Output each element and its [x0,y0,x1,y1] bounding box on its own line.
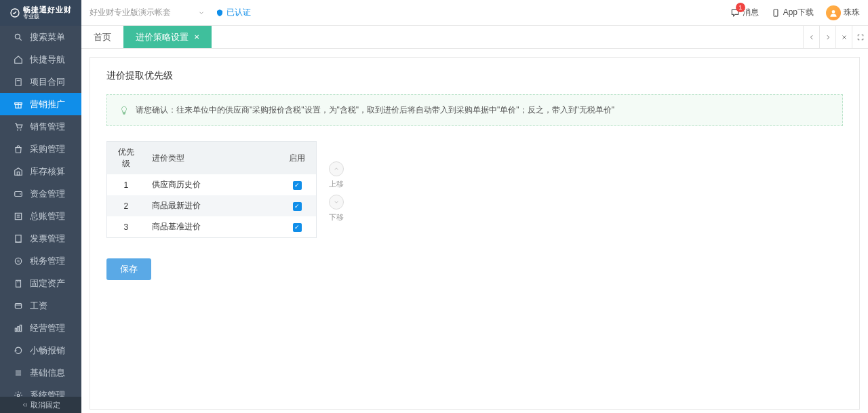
receipt-icon [14,234,23,243]
tab-home[interactable]: 首页 [81,26,123,48]
sidebar-item-label: 税务管理 [30,255,65,267]
account-selector[interactable]: 好业财专业版演示帐套 [90,7,205,18]
user-menu[interactable]: 珠珠 [826,5,860,20]
messages-button[interactable]: 1 消息 [730,7,759,18]
document-icon [14,77,23,87]
sidebar-item-inventory[interactable]: 库存核算 [0,160,81,182]
sidebar-item-label: 发票管理 [30,233,65,245]
save-button[interactable]: 保存 [106,258,151,280]
shield-icon [216,9,224,17]
header: 好业财专业版演示帐套 已认证 1 消息 App下载 珠珠 [81,0,868,26]
app-download-label: App下载 [783,7,814,18]
brand-logo-icon [9,7,20,18]
unpin-icon [21,401,28,408]
cart-icon [14,122,23,132]
main-content: 进价提取优先级 请您确认：往来单位中的供应商"采购报价含税"设置，为"含税"，取… [81,49,868,413]
sidebar-unpin-button[interactable]: 取消固定 [0,397,81,413]
move-down-button[interactable] [329,195,344,210]
svg-rect-19 [16,280,21,287]
sidebar-footer-label: 取消固定 [31,400,60,410]
sidebar-item-label: 采购管理 [30,143,65,155]
enabled-checkbox[interactable]: ✓ [293,181,302,190]
warehouse-icon [14,167,23,176]
svg-rect-10 [17,172,20,175]
sidebar-item-label: 库存核算 [30,165,65,178]
sidebar-item-search-menu[interactable]: 搜索菜单 [0,26,81,48]
cell-priority: 2 [107,195,145,216]
sidebar-item-label: 系统管理 [30,389,65,397]
sidebar-item-expense[interactable]: 小畅报销 [0,339,81,361]
svg-point-33 [775,14,776,15]
sidebar-item-fixed-assets[interactable]: 固定资产 [0,272,81,294]
app-download-button[interactable]: App下载 [771,7,814,18]
svg-point-12 [20,193,21,195]
sidebar-item-label: 工资 [30,300,47,312]
sidebar-item-label: 总账管理 [30,210,65,222]
svg-rect-26 [20,325,21,331]
cell-type: 商品最新进价 [145,195,279,216]
enabled-checkbox[interactable]: ✓ [293,202,302,211]
sidebar-item-tax[interactable]: % 税务管理 [0,250,81,272]
cell-type: 商品基准进价 [145,216,279,238]
sidebar-item-label: 小畅报销 [30,345,65,357]
table-row[interactable]: 1 供应商历史价 ✓ [107,174,317,195]
svg-point-8 [17,129,18,130]
lightbulb-icon [119,106,129,115]
avatar [826,5,841,20]
panel: 进价提取优先级 请您确认：往来单位中的供应商"采购报价含税"设置，为"含税"，取… [90,57,860,410]
move-up-button[interactable] [329,161,344,176]
sidebar-item-project-contract[interactable]: 项目合同 [0,71,81,93]
tabs-close-button[interactable] [835,26,852,49]
col-enabled: 启用 [279,142,317,175]
list-icon [14,368,23,378]
cell-priority: 1 [107,174,145,195]
sidebar-item-ledger[interactable]: 总账管理 [0,205,81,227]
alert-box: 请您确认：往来单位中的供应商"采购报价含税"设置，为"含税"，取到进价后将自动带… [106,94,843,126]
sidebar-item-salary[interactable]: 工资 [0,294,81,317]
bag-icon [14,144,23,154]
sidebar-item-marketing[interactable]: 营销推广 [0,93,81,115]
chart-icon [14,323,23,333]
table-row[interactable]: 2 商品最新进价 ✓ [107,195,317,216]
home-icon [14,55,23,64]
sidebar-item-system[interactable]: 系统管理 [0,384,81,397]
tabs-prev-button[interactable] [803,26,819,49]
svg-rect-3 [16,78,21,85]
sidebar: 畅捷通好业财 专业版 搜索菜单 快捷导航 项目合同 营销推广 销售管理 采购管理 [0,0,81,413]
brand-logo: 畅捷通好业财 专业版 [0,0,81,26]
tab-home-label: 首页 [94,31,111,43]
cell-type: 供应商历史价 [145,174,279,195]
messages-badge: 1 [736,3,745,12]
svg-line-2 [20,38,22,40]
enabled-checkbox[interactable]: ✓ [293,223,302,232]
sidebar-item-purchase[interactable]: 采购管理 [0,138,81,160]
sidebar-item-funds[interactable]: 资金管理 [0,182,81,205]
tabs-fullscreen-button[interactable] [852,26,868,49]
building-icon [14,279,23,288]
tabs-next-button[interactable] [819,26,835,49]
brand-edition: 专业版 [23,14,72,20]
sidebar-item-label: 固定资产 [30,277,65,290]
tab-price-strategy[interactable]: 进价策略设置 ✕ [123,26,212,48]
svg-rect-24 [15,328,16,332]
sidebar-item-label: 销售管理 [30,121,65,133]
tab-active-label: 进价策略设置 [136,31,189,43]
sidebar-item-invoice[interactable]: 发票管理 [0,227,81,250]
col-priority: 优先级 [107,142,145,175]
sidebar-item-sales[interactable]: 销售管理 [0,115,81,138]
sidebar-item-label: 快捷导航 [30,54,65,66]
sidebar-item-quick-nav[interactable]: 快捷导航 [0,48,81,71]
cell-priority: 3 [107,216,145,238]
svg-rect-22 [15,303,21,308]
sidebar-item-base-info[interactable]: 基础信息 [0,361,81,384]
sidebar-item-label: 经营管理 [30,322,65,334]
close-icon[interactable]: ✕ [194,33,199,41]
gift-icon [14,100,23,109]
table-row[interactable]: 3 商品基准进价 ✓ [107,216,317,238]
sidebar-item-business-mgmt[interactable]: 经营管理 [0,317,81,339]
search-icon [14,33,23,42]
sidebar-item-label: 项目合同 [30,76,65,88]
svg-point-34 [832,9,835,13]
move-up-label: 上移 [329,179,344,189]
svg-point-1 [15,34,20,39]
